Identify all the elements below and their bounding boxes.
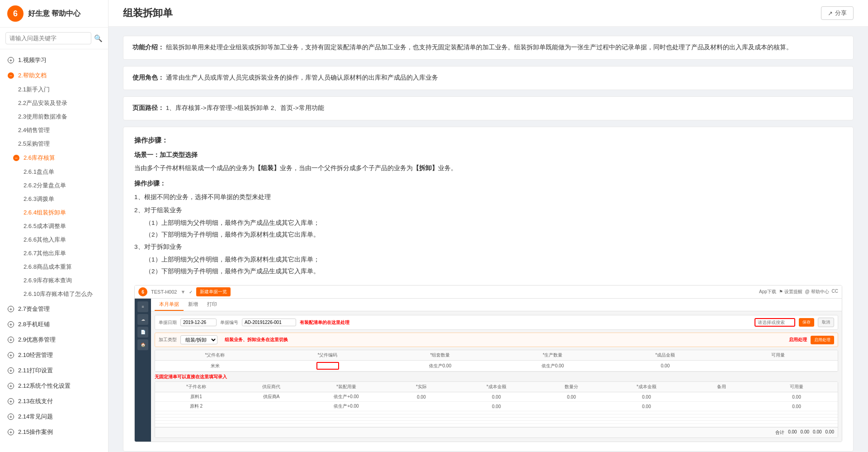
step-2-2: （2）下部明细为子件明细，最终作为原材料生成其它出库单。 (145, 229, 842, 240)
sim-upper-cell-qty1: 依生产0.00 (384, 363, 496, 369)
operations-body: 操作步骤： 场景一：加工类型选择 当由多个子件材料组装成一个成品的业务为【组装】… (123, 127, 854, 452)
sim-tab-list[interactable]: 本月单据 (155, 299, 184, 311)
expand-icon: + (8, 57, 14, 63)
sim-screenshot: 6 TEST-H002 ▼ ✓ 新建单据一览 App下载 ⚑ 设置提醒 @ 帮助… (135, 285, 842, 442)
expand-icon-2.8: + (8, 321, 14, 328)
sim-bom-input[interactable] (755, 318, 795, 327)
nav-sub-item-2.6.10[interactable]: 2.6.10库存账本错了怎么办 (0, 287, 108, 301)
screenshot-container: 6 TEST-H002 ▼ ✓ 新建单据一览 App下载 ⚑ 设置提醒 @ 帮助… (134, 285, 842, 442)
step-1: 1、根据不同的业务，选择不同单据的类型来处理 (134, 192, 842, 203)
expand-icon-2.13: + (8, 398, 14, 404)
sim-type-select[interactable]: 组装/拆卸 (180, 335, 217, 344)
sim-footer-val3: 0.00 (813, 429, 821, 436)
sim-footer-val4: 0.00 (826, 429, 834, 436)
nav-item-2.10[interactable]: + 2.10经营管理 (0, 348, 108, 362)
sim-save-btn[interactable]: 保存 (799, 318, 814, 327)
sim-upper-table: *父件名称 *父件编码 *组套数量 *生产数量 *成品金额 可用量 米米 (155, 350, 838, 372)
nav-item-video[interactable]: + 1.视频学习 (0, 53, 108, 67)
nav-section-docs: − 2.帮助文档 2.1新手入门 2.2产品安装及登录 2.3使用前数据准备 2… (0, 68, 108, 301)
sim-lower-row-2: 原料 2 依生产+0.00 0.00 0.00 0.00 (155, 402, 838, 411)
nav-sub-item-2.4[interactable]: 2.4销售管理 (0, 124, 108, 137)
nav-sub-item-2.6.9[interactable]: 2.6.9库存账本查询 (0, 274, 108, 287)
nav-item-docs[interactable]: − 2.帮助文档 (0, 68, 108, 83)
sim-content: 单据日期 单据编号 有装配清单的在这里处理 保存 取消 (151, 311, 842, 442)
sim-upper-code-input[interactable] (316, 362, 339, 370)
nav-item-2.14[interactable]: + 2.14常见问题 (0, 409, 108, 424)
nav-sub-item-2.2[interactable]: 2.2产品安装及登录 (0, 96, 108, 110)
sim-new-btn[interactable]: 新建单据一览 (196, 287, 231, 296)
sim-tab-print[interactable]: 打印 (203, 299, 222, 311)
sim-topbar-icons: App下载 ⚑ 设置提醒 @ 帮助中心 CC (759, 289, 838, 295)
nav-section-2.7: + 2.7资金管理 (0, 302, 108, 316)
nav-item-2.6[interactable]: − 2.6库存核算 (0, 151, 108, 165)
function-intro-label: 功能介绍： (132, 44, 164, 51)
nav-sub-item-2.6.1[interactable]: 2.6.1盘点单 (0, 165, 108, 179)
scene1-desc: 当由多个子件材料组装成一个成品的业务为【组装】业务，当由一个父件拆分成多个子产品… (134, 163, 842, 174)
search-box: 🔍 (0, 28, 108, 49)
share-button[interactable]: ↗ 分享 (821, 6, 854, 20)
nav-item-2.12[interactable]: + 2.12系统个性化设置 (0, 379, 108, 393)
nav-sub-item-2.6.8[interactable]: 2.6.8商品成本重算 (0, 260, 108, 274)
nav-sub-item-2.6.4[interactable]: 2.6.4组装拆卸单 (0, 206, 108, 219)
annotation-batch: 启用处理 (789, 337, 807, 343)
nav-sub-item-2.3[interactable]: 2.3使用前数据准备 (0, 110, 108, 124)
sim-sidebar-icon-2[interactable]: ☁ (137, 314, 148, 325)
search-input[interactable] (5, 32, 91, 44)
app-title: 好生意 帮助中心 (28, 9, 80, 19)
nav-item-2.8[interactable]: + 2.8手机旺铺 (0, 317, 108, 332)
sim-lower-row-3 (155, 411, 838, 414)
sim-footer-label: 合计 (775, 429, 784, 436)
nav-item-2.9[interactable]: + 2.9优惠券管理 (0, 333, 108, 347)
sim-col-header-avail: 可用量 (722, 352, 834, 358)
collapse-icon: − (8, 72, 14, 79)
search-button[interactable]: 🔍 (94, 34, 103, 43)
sim-date-input[interactable] (180, 319, 217, 326)
expand-icon-2.7: + (8, 306, 14, 312)
path-block: 页面路径： 1、库存核算->库存管理->组装拆卸单 2、首页->常用功能 (123, 96, 854, 120)
nav-item-2.13[interactable]: + 2.13在线支付 (0, 394, 108, 409)
sim-lower-table: *子件名称 供应商代 *装配用量 *实际 *成本金额 数量分 *成本金额 备用 (155, 381, 838, 438)
sim-tab-new[interactable]: 新增 (184, 299, 203, 311)
nav-sub-item-2.6.2[interactable]: 2.6.2分量盘点单 (0, 179, 108, 192)
sim-order-input[interactable] (242, 319, 296, 326)
sim-sidebar-icon-4[interactable]: 🏠 (137, 339, 148, 350)
nav-sub-item-2.6.3[interactable]: 2.6.3调拨单 (0, 192, 108, 206)
nav-sub-item-2.6.5[interactable]: 2.6.5成本调整单 (0, 219, 108, 233)
page-title: 组装拆卸单 (123, 6, 173, 20)
sim-type-row-wrapper: 加工类型 组装/拆卸 组装业务、拆卸业务在这里切换 启用处理 启用处理 (155, 333, 838, 347)
nav-item-2.11[interactable]: + 2.11打印设置 (0, 363, 108, 378)
nav-sub-item-2.1[interactable]: 2.1新手入门 (0, 83, 108, 96)
nav-sub-item-2.5[interactable]: 2.5采购管理 (0, 137, 108, 151)
sim-sidebar-icon-3[interactable]: 📄 (137, 327, 148, 338)
nav-section-2.11: + 2.11打印设置 (0, 363, 108, 378)
nav-section-video: + 1.视频学习 (0, 53, 108, 67)
nav-item-2.15[interactable]: + 2.15操作案例 (0, 425, 108, 439)
function-intro-block: 功能介绍： 组装拆卸单用来处理企业组装或拆卸等加工业务，支持有固定装配清单的产品… (123, 36, 854, 60)
main-header: 组装拆卸单 ↗ 分享 (108, 0, 868, 27)
logo-area: 6 好生意 帮助中心 (0, 0, 108, 28)
nav-section-2.12: + 2.12系统个性化设置 (0, 379, 108, 393)
sim-sidebar-icon-1[interactable]: ≡ (137, 301, 148, 312)
nav-item-2.7[interactable]: + 2.7资金管理 (0, 302, 108, 316)
sim-footer: 合计 0.00 0.00 0.00 0.00 (155, 427, 838, 438)
sim-upper-row-1: 米米 依生产0.00 依生产0.00 0.00 (155, 361, 838, 371)
step-3-2: （2）下部明细为子件明细，最终作为产成品生成其它入库单。 (145, 266, 842, 277)
role-label: 使用角色： (132, 74, 164, 81)
sim-lower-row-7 (155, 424, 838, 427)
sim-lower-row-5 (155, 418, 838, 421)
nav-sub-item-2.6.7[interactable]: 2.6.7其他出库单 (0, 247, 108, 260)
nav-sub-item-2.6.6[interactable]: 2.6.6其他入库单 (0, 233, 108, 247)
ops-steps-label: 操作步骤： (134, 178, 842, 189)
sim-col-header-qty1: *组套数量 (384, 352, 496, 358)
nav-section-2.8: + 2.8手机旺铺 (0, 317, 108, 332)
sim-upper-cell-qty2: 依生产0.00 (496, 363, 609, 369)
sim-col-header-qty2: *生产数量 (496, 352, 609, 358)
nav-section-2.15: + 2.15操作案例 (0, 425, 108, 439)
sim-cancel-btn[interactable]: 取消 (818, 318, 834, 327)
sim-upper-cell-code[interactable] (271, 362, 384, 370)
sim-type-row: 加工类型 组装/拆卸 组装业务、拆卸业务在这里切换 启用处理 启用处理 (155, 333, 838, 347)
step-3: 3、对于拆卸业务 (134, 242, 842, 252)
sim-enable-btn[interactable]: 启用处理 (811, 336, 834, 344)
main-content: 组装拆卸单 ↗ 分享 功能介绍： 组装拆卸单用来处理企业组装或拆卸等加工业务，支… (108, 0, 868, 452)
role-block: 使用角色： 通常由生产人员或库管人员完成拆装业务的操作，库管人员确认原材料的出库… (123, 66, 854, 90)
